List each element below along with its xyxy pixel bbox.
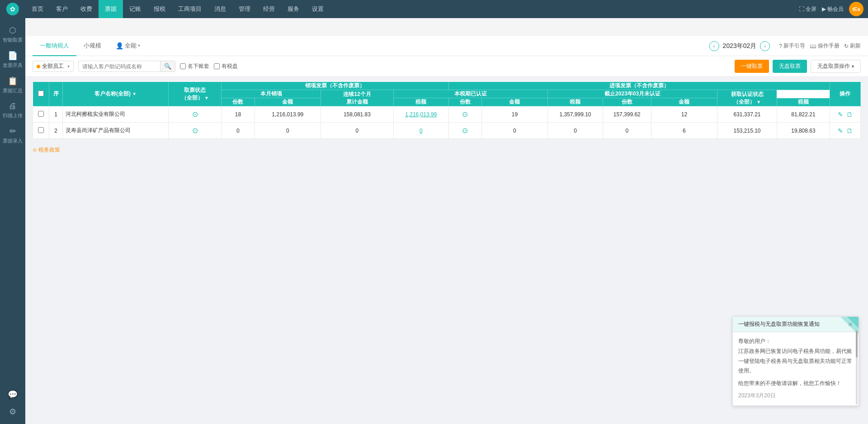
search-input[interactable]	[79, 62, 160, 71]
search-button[interactable]: 🔍	[160, 61, 175, 71]
row1-xiao-shue: 158,081.83	[321, 106, 393, 123]
nav-service[interactable]: 服务	[281, 0, 306, 18]
th-uncert-fenshu: 份数	[603, 98, 651, 106]
row1-no: 1	[49, 106, 63, 123]
th-sales-month: 本月销项	[222, 90, 321, 98]
sidebar-item-invoice-summary[interactable]: 📋 票据汇总	[1, 73, 24, 97]
sidebar-item-smart-fetch[interactable]: ⬡ 智能取票	[1, 23, 24, 46]
nav-fee[interactable]: 收费	[74, 0, 99, 18]
sidebar-item-invoice-entry[interactable]: ✏ 票据录入	[1, 124, 24, 147]
nav-business[interactable]: 工商项目	[172, 0, 208, 18]
no-disk-fetch-btn[interactable]: 无盘取票	[773, 60, 807, 73]
one-click-fetch-btn[interactable]: 一键取票	[735, 60, 769, 73]
row1-12m-link[interactable]: 1,216,013.99	[405, 111, 437, 118]
row1-edit-btn[interactable]: ✎	[838, 111, 843, 118]
row2-edit-btn[interactable]: ✎	[838, 127, 843, 134]
checkbox-taxdisk[interactable]: 有税盘	[214, 62, 238, 70]
row1-cert-status: ⊙	[448, 106, 481, 123]
vip-btn[interactable]: ▶ 畅会员	[822, 5, 844, 13]
chat-icon: 💬	[8, 390, 18, 400]
tab-actions: ? 新手引导 📖 操作手册 ↻ 刷新	[779, 42, 861, 50]
popup-title: 一键报税与无盘取票功能恢复通知	[738, 320, 820, 328]
nav-message[interactable]: 消息	[208, 0, 232, 18]
refresh-btn[interactable]: ↻ 刷新	[844, 42, 861, 50]
fullscreen-btn[interactable]: ⛶ 全屏	[799, 5, 816, 13]
table-row: 1 河北柯擦梳实业有限公司 ⊙ 18 1,216,013.99 158,081.…	[33, 106, 861, 123]
nav-settings[interactable]: 设置	[306, 0, 330, 18]
row2-take-status: ⊙	[169, 123, 222, 139]
popup-scroll-thumb	[856, 330, 858, 357]
nav-operation[interactable]: 经营	[257, 0, 281, 18]
nav-manage[interactable]: 管理	[232, 0, 257, 18]
nav-invoice[interactable]: 票据	[99, 0, 123, 18]
sidebar-item-invoice-open[interactable]: 📄 发票开具	[1, 48, 24, 71]
row2-weiren-shue: 19,808.63	[777, 123, 830, 139]
date-navigator: ‹ 2023年02月 ›	[709, 41, 770, 51]
fullscreen-icon: ⛶	[799, 6, 804, 12]
row2-xiao-jine: 0	[255, 123, 321, 139]
th-uncert-shue: 税额	[777, 98, 830, 106]
tax-policy-link[interactable]: ⊙ 税务政策	[33, 146, 60, 154]
nav-accounting[interactable]: 记账	[123, 0, 147, 18]
row2-no: 2	[49, 123, 63, 139]
nav-customer[interactable]: 客户	[50, 0, 74, 18]
th-purchase-group: 进项发票（不含作废票）	[448, 82, 830, 90]
th-sales-fenshu: 份数	[222, 98, 255, 106]
row1-12m-jine: 1,216,013.99	[393, 106, 448, 123]
footer-bar: ⊙ 税务政策	[25, 143, 868, 157]
nav-menu: 首页 客户 收费 票据 记账 报税 工商项目 消息 管理 经营 服务 设置	[25, 0, 799, 18]
customer-filter-icon[interactable]: ▼	[132, 91, 137, 96]
row2-jin-fenshu: 0	[481, 123, 547, 139]
take-status-check-icon: ⊙	[192, 110, 198, 118]
all-tab-icon: 👤	[116, 42, 123, 49]
popup-scrollbar[interactable]	[856, 330, 858, 405]
main-select-all[interactable]	[38, 91, 44, 96]
tab-small-scale[interactable]: 小规模	[76, 36, 108, 56]
employee-dot	[37, 65, 40, 68]
th-customer: 客户名称(全部) ▼	[63, 82, 169, 106]
all-tab-dropdown-icon[interactable]: ▾	[138, 43, 140, 48]
tab-all[interactable]: 👤 全能 ▾	[108, 36, 147, 56]
cert-status-filter[interactable]: ▼	[756, 100, 761, 105]
popup-content-line3: 给您带来的不便敬请谅解，祝您工作愉快！	[738, 379, 853, 389]
top-navigation: ✿ 首页 客户 收费 票据 记账 报税 工商项目 消息 管理 经营 服务 设置 …	[0, 0, 868, 18]
checkbox-taxdisk-input[interactable]	[214, 63, 220, 69]
sidebar-item-scan-upload[interactable]: 🖨 扫描上传	[1, 99, 24, 122]
date-prev-btn[interactable]: ‹	[709, 41, 719, 51]
no-disk-operation-btn[interactable]: 无盘取票操作 ▾	[811, 60, 861, 73]
nav-home[interactable]: 首页	[25, 0, 50, 18]
notification-popup: 一键报税与无盘取票功能恢复通知 ✕ 尊敬的用户： 江苏政务网已恢复访问电子税务局…	[732, 316, 859, 406]
take-status-filter[interactable]: ▼	[204, 95, 209, 100]
smart-fetch-icon: ⬡	[9, 25, 16, 35]
refresh-icon: ↻	[844, 43, 849, 49]
row2-checkbox[interactable]	[33, 123, 49, 139]
nav-tax[interactable]: 报税	[147, 0, 172, 18]
row1-view-btn[interactable]: 🗋	[846, 111, 853, 118]
date-next-btn[interactable]: ›	[760, 41, 770, 51]
sidebar-item-config[interactable]: ⚙	[1, 404, 24, 419]
action-buttons: 一键取票 无盘取票 无盘取票操作 ▾	[735, 60, 861, 73]
row2-take-check-icon: ⊙	[192, 127, 198, 134]
row2-customer: 灵寿县尚泽矿产品有限公司	[63, 123, 169, 139]
user-avatar[interactable]: tEa	[849, 2, 863, 16]
row1-checkbox[interactable]	[33, 106, 49, 123]
invoice-entry-icon: ✏	[9, 126, 16, 136]
tab-general-taxpayer[interactable]: 一般纳税人	[33, 36, 76, 56]
new-guide-btn[interactable]: ? 新手引导	[779, 42, 805, 50]
employee-select[interactable]: 全部员工 ▾	[33, 61, 74, 72]
question-icon: ?	[779, 43, 782, 49]
svg-text:✿: ✿	[10, 5, 15, 13]
checkbox-account-input[interactable]	[180, 63, 186, 69]
manual-btn[interactable]: 📖 操作手册	[810, 42, 840, 50]
invoice-data-table: 序 客户名称(全部) ▼ 取票状态（全部） ▼ 销项发票（不含作废票） 进项发票…	[33, 81, 861, 139]
invoice-open-icon: 📄	[8, 51, 18, 61]
row2-actions: ✎ 🗋	[830, 123, 860, 139]
row1-xiao-jine: 1,216,013.99	[255, 106, 321, 123]
checkbox-account[interactable]: 名下账套	[180, 62, 209, 70]
sidebar-item-chat[interactable]: 💬	[1, 387, 24, 402]
employee-label: 全部员工	[42, 62, 64, 70]
row2-12m-link[interactable]: 0	[420, 128, 423, 134]
th-take-status: 取票状态（全部） ▼	[169, 82, 222, 106]
left-sidebar: ⬡ 智能取票 📄 发票开具 📋 票据汇总 🖨 扫描上传 ✏ 票据录入 💬 ⚙	[0, 18, 25, 424]
row2-view-btn[interactable]: 🗋	[846, 127, 853, 134]
